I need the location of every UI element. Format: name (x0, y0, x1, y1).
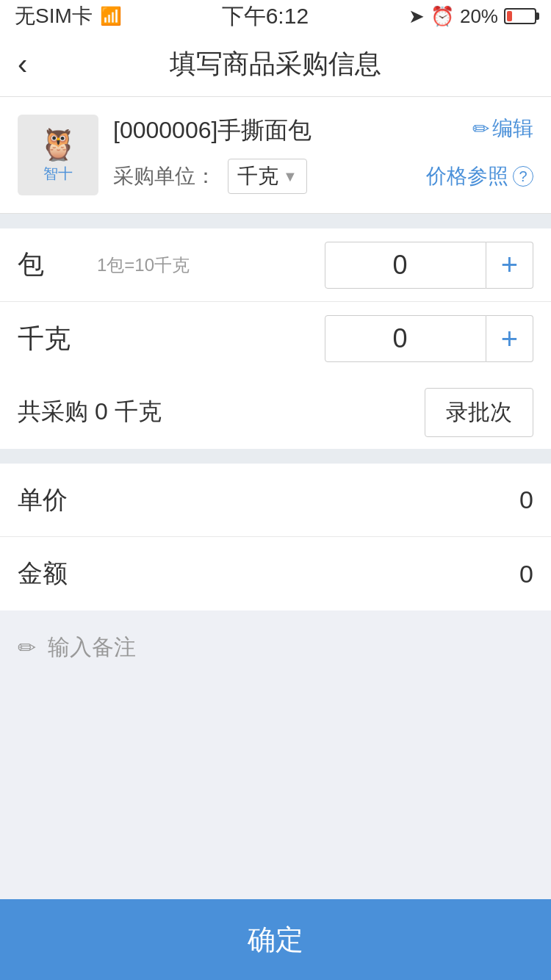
help-icon: ? (513, 166, 533, 187)
edit-label: 编辑 (492, 115, 533, 143)
quantity-input-section: 包 1包=10千克 + 千克 + (0, 228, 551, 375)
product-card: 🦉 智十 [0000006]手撕面包 采购单位： 千克 ▼ 价格参照 ? ✏ 编… (0, 97, 551, 214)
product-info: [0000006]手撕面包 采购单位： 千克 ▼ 价格参照 ? (113, 115, 533, 194)
pencil-icon: ✏ (18, 635, 36, 660)
battery-indicator (504, 8, 536, 24)
location-icon: ➤ (408, 5, 425, 28)
unit-label-text: 采购单位： (113, 162, 216, 190)
product-image: 🦉 智十 (18, 115, 98, 195)
unit-value: 千克 (237, 162, 278, 190)
edit-button[interactable]: ✏ 编辑 (472, 115, 533, 143)
confirm-label: 确定 (248, 921, 303, 959)
bao-plus-button[interactable]: + (486, 242, 533, 289)
status-bar: 无SIM卡 📶 下午6:12 ➤ ⏰ 20% (0, 0, 551, 32)
section-divider-1 (0, 214, 551, 228)
bao-sublabel: 1包=10千克 (97, 253, 190, 277)
content-spacer (0, 684, 551, 934)
unit-selector[interactable]: 千克 ▼ (228, 159, 307, 194)
total-amount-label: 金额 (18, 557, 68, 591)
back-button[interactable]: ‹ (18, 48, 27, 81)
product-meta: 采购单位： 千克 ▼ 价格参照 ? (113, 159, 533, 194)
bao-input[interactable] (325, 242, 486, 289)
status-left: 无SIM卡 📶 (15, 2, 122, 30)
unit-price-label: 单价 (18, 483, 68, 517)
battery-percentage: 20% (460, 5, 498, 28)
carrier-text: 无SIM卡 (15, 2, 93, 30)
edit-icon: ✏ (472, 117, 489, 141)
summary-row: 共采购 0 千克 录批次 (0, 375, 551, 449)
alarm-icon: ⏰ (431, 5, 454, 28)
summary-text: 共采购 0 千克 (18, 396, 162, 428)
nav-bar: ‹ 填写商品采购信息 (0, 32, 551, 97)
bao-input-row: 包 1包=10千克 + (0, 228, 551, 302)
price-section: 单价 0 金额 0 (0, 464, 551, 610)
section-divider-2 (0, 449, 551, 464)
kg-input-wrap: + (325, 315, 533, 362)
note-placeholder-text: 输入备注 (48, 633, 136, 663)
kg-label: 千克 (18, 321, 91, 357)
confirm-button[interactable]: 确定 (0, 899, 551, 980)
status-right: ➤ ⏰ 20% (408, 5, 536, 28)
wifi-icon: 📶 (100, 6, 122, 26)
kg-input-row: 千克 + (0, 302, 551, 375)
price-ref-label: 价格参照 (426, 162, 508, 190)
kg-plus-button[interactable]: + (486, 315, 533, 362)
total-amount-row: 金额 0 (0, 537, 551, 610)
bao-label: 包 (18, 247, 91, 283)
note-section[interactable]: ✏ 输入备注 (0, 610, 551, 684)
bao-input-wrap: + (325, 242, 533, 289)
total-amount-value: 0 (519, 560, 533, 588)
time-display: 下午6:12 (222, 1, 309, 32)
price-reference-link[interactable]: 价格参照 ? (426, 162, 533, 190)
page-title: 填写商品采购信息 (170, 46, 381, 82)
unit-price-value: 0 (519, 486, 533, 514)
kg-input[interactable] (325, 315, 486, 362)
unit-price-row: 单价 0 (0, 464, 551, 537)
dropdown-arrow-icon: ▼ (283, 168, 298, 185)
record-batch-button[interactable]: 录批次 (425, 388, 533, 437)
product-name: [0000006]手撕面包 (113, 115, 533, 147)
